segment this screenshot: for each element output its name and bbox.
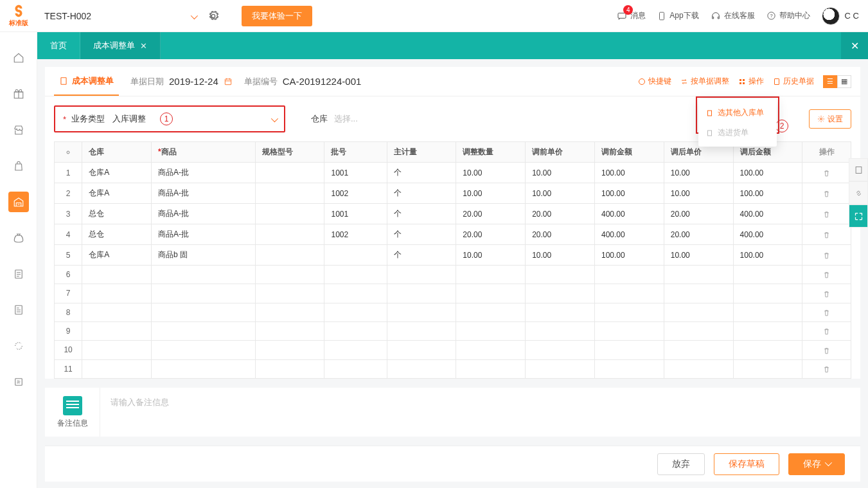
delete-row-button[interactable]	[802, 321, 851, 340]
nav-new[interactable]: 新	[8, 372, 29, 392]
brand-label: 标准版	[9, 19, 28, 28]
by-doc-dropdown: 选其他入库单 选进货单	[698, 99, 777, 147]
operate-link[interactable]: 操作	[738, 76, 764, 87]
customer-service-link[interactable]: 在线客服	[711, 10, 755, 21]
rail-notes[interactable]	[849, 158, 868, 181]
svg-rect-10	[225, 78, 231, 84]
col-config[interactable]	[55, 142, 82, 163]
table-row[interactable]: 10	[55, 341, 851, 359]
nav-sync[interactable]	[8, 336, 29, 356]
avatar	[822, 7, 840, 25]
page-head: 成本调整单 单据日期 2019-12-24 单据编号 CA-20191224-0…	[45, 67, 860, 96]
nav-bag[interactable]	[8, 156, 29, 176]
svg-rect-15	[743, 82, 745, 84]
trash-icon	[822, 251, 831, 260]
svg-rect-14	[740, 82, 741, 84]
subtotal-row: 小计 70.00 1100.00 1100.00	[55, 378, 851, 379]
doc-icon	[59, 77, 68, 86]
view-toggle[interactable]: ☰ ▦	[823, 75, 851, 88]
page-card: 成本调整单 单据日期 2019-12-24 单据编号 CA-20191224-0…	[45, 67, 860, 379]
help-center-link[interactable]: ? 帮助中心	[766, 10, 810, 21]
delete-row-button[interactable]	[802, 163, 851, 183]
save-button[interactable]: 保存	[788, 453, 845, 475]
col-qty[interactable]: 调整数量	[456, 142, 526, 163]
select-purchase-in-doc: 选进货单	[698, 123, 777, 143]
nav-store[interactable]	[8, 120, 29, 140]
shortcut-link[interactable]: 快捷键	[638, 76, 671, 87]
doc-date: 单据日期 2019-12-24	[130, 76, 233, 87]
footer-bar: 放弃 保存草稿 保存	[45, 446, 860, 482]
col-warehouse[interactable]: 仓库	[82, 142, 152, 163]
col-product[interactable]: *商品	[151, 142, 255, 163]
store-icon	[13, 124, 24, 136]
delete-row-button[interactable]	[802, 266, 851, 284]
experience-button[interactable]: 我要体验一下	[242, 6, 312, 26]
table-row[interactable]: 1仓库A商品A-批1001个10.0010.00100.0010.00100.0…	[55, 163, 851, 183]
col-uom[interactable]: 主计量	[387, 142, 456, 163]
biz-type-select[interactable]: * 业务类型 入库调整 1	[54, 105, 285, 132]
tenant-select[interactable]: TEST-H002	[37, 6, 203, 26]
delete-row-button[interactable]	[802, 183, 851, 204]
close-all-tabs[interactable]: ✕	[841, 32, 868, 59]
trash-icon	[822, 210, 831, 219]
col-spec[interactable]: 规格型号	[255, 142, 324, 163]
messages-link[interactable]: 消息 4	[617, 10, 646, 21]
doc-no: 单据编号 CA-20191224-001	[244, 76, 362, 87]
headset-icon	[711, 11, 721, 21]
nav-warehouse[interactable]	[8, 192, 29, 212]
calendar-icon[interactable]	[224, 77, 233, 86]
nav-home[interactable]	[8, 48, 29, 68]
side-nav: 新	[0, 32, 37, 488]
grid-settings-button[interactable]: 设置	[809, 109, 851, 129]
grid-icon	[738, 78, 746, 86]
delete-row-button[interactable]	[802, 359, 851, 378]
close-icon[interactable]: ✕	[140, 41, 147, 51]
remark-input[interactable]: 请输入备注信息	[100, 388, 860, 437]
card-view-icon[interactable]: ▦	[837, 75, 851, 88]
app-download-link[interactable]: App下载	[657, 10, 698, 21]
delete-row-button[interactable]	[802, 204, 851, 224]
table-row[interactable]: 6	[55, 266, 851, 284]
tab-cost-adjust[interactable]: 成本调整单 ✕	[80, 32, 161, 59]
col-batch[interactable]: 批号	[324, 142, 387, 163]
head-actions: 快捷键 按单据调整 操作 历史单据 ☰ ▦	[638, 75, 851, 88]
table-row[interactable]: 9	[55, 321, 851, 340]
document-icon	[13, 304, 24, 316]
money-bag-icon	[13, 232, 24, 244]
table-row[interactable]: 7	[55, 284, 851, 303]
user-menu[interactable]: C C	[822, 7, 859, 25]
table-row[interactable]: 11	[55, 359, 851, 378]
svg-point-20	[67, 151, 69, 154]
table-row[interactable]: 3总仓商品A-批1001个20.0020.00400.0020.00400.00	[55, 204, 851, 224]
list-view-icon[interactable]: ☰	[823, 75, 837, 88]
table-row[interactable]: 8	[55, 303, 851, 321]
delete-row-button[interactable]	[802, 284, 851, 303]
chevron-down-icon	[825, 460, 830, 467]
nav-gift[interactable]	[8, 84, 29, 104]
table-row[interactable]: 4总仓商品A-批1002个20.0020.00400.0020.00400.00	[55, 224, 851, 245]
by-doc-adjust-link[interactable]: 按单据调整	[680, 76, 729, 87]
delete-row-button[interactable]	[802, 341, 851, 359]
remark-icon-col: 备注信息	[45, 388, 100, 437]
nav-doc[interactable]	[8, 300, 29, 320]
svg-rect-1	[660, 12, 664, 20]
table-row[interactable]: 2仓库A商品A-批1002个10.0010.00100.0010.00100.0…	[55, 183, 851, 204]
table-row[interactable]: 5仓库A商品b 固个10.0010.00100.0010.00100.00	[55, 245, 851, 266]
svg-rect-21	[856, 167, 862, 173]
delete-row-button[interactable]	[802, 224, 851, 245]
discard-button[interactable]: 放弃	[657, 453, 705, 475]
save-draft-button[interactable]: 保存草稿	[714, 453, 779, 475]
nav-report[interactable]	[8, 264, 29, 284]
rail-expand[interactable]	[849, 204, 868, 228]
history-link[interactable]: 历史单据	[773, 76, 814, 87]
select-other-in-doc[interactable]: 选其他入库单	[698, 103, 777, 123]
tab-home[interactable]: 首页	[37, 32, 80, 59]
warehouse-select[interactable]: 仓库 选择...	[311, 113, 358, 125]
delete-row-button[interactable]	[802, 303, 851, 321]
nav-finance[interactable]	[8, 228, 29, 248]
tenant-settings-button[interactable]	[203, 10, 224, 21]
col-price-before[interactable]: 调前单价	[526, 142, 595, 163]
delete-row-button[interactable]	[802, 245, 851, 266]
col-amount-before[interactable]: 调前金额	[594, 142, 664, 163]
rail-link[interactable]	[849, 181, 868, 204]
